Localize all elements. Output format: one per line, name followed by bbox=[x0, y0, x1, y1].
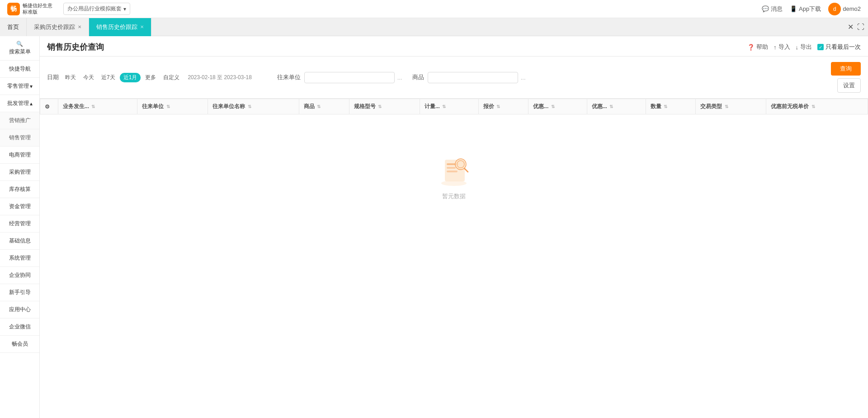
user-action[interactable]: d demo2 bbox=[828, 3, 861, 15]
product-input-ellipsis[interactable]: ... bbox=[518, 72, 528, 83]
sidebar-item-member[interactable]: 畅会员 bbox=[0, 336, 39, 353]
sidebar-item-member-label: 畅会员 bbox=[12, 340, 28, 348]
date-opt-last7days[interactable]: 近7天 bbox=[99, 73, 118, 82]
th-spec[interactable]: 规格型号 ⇅ bbox=[349, 99, 420, 114]
th-unit[interactable]: 计量... ⇅ bbox=[420, 99, 478, 114]
query-button[interactable]: 查询 bbox=[831, 62, 861, 76]
filter-area: 日期 昨天 今天 近7天 近1月 更多 自定义 2023-02-18 至 202… bbox=[40, 57, 868, 99]
topbar-left: 畅 畅捷信好生意 标准版 办公用品行业模拟账套 ▾ bbox=[7, 3, 130, 15]
close-tab-sales-history-icon[interactable]: ✕ bbox=[140, 24, 144, 29]
svg-rect-4 bbox=[447, 171, 458, 172]
app-download-action[interactable]: 📱 App下载 bbox=[790, 5, 821, 13]
th-biz-date[interactable]: 业务发生... ⇅ bbox=[58, 99, 137, 114]
topbar-right: 💬 消息 📱 App下载 d demo2 bbox=[762, 3, 861, 15]
date-filter-label: 日期 bbox=[47, 73, 59, 81]
message-label: 消息 bbox=[771, 5, 783, 13]
table-header-row: ⚙ 业务发生... ⇅ 往来单位 ⇅ 往来单位名称 ⇅ bbox=[40, 99, 868, 114]
product-input[interactable] bbox=[428, 72, 518, 83]
sort-icon: ⇅ bbox=[442, 104, 446, 109]
message-action[interactable]: 💬 消息 bbox=[762, 5, 783, 13]
help-button[interactable]: ❓ 帮助 bbox=[747, 43, 768, 51]
tab-sales-history[interactable]: 销售历史价跟踪 ✕ bbox=[89, 18, 151, 36]
sidebar-item-marketing[interactable]: 营销推广 bbox=[0, 112, 39, 129]
sort-icon: ⇅ bbox=[725, 104, 728, 109]
date-opt-more[interactable]: 更多 bbox=[142, 73, 159, 82]
sidebar-item-ecommerce-mgmt-label: 电商管理 bbox=[9, 151, 31, 159]
sidebar-item-enterprise-wechat[interactable]: 企业微信 bbox=[0, 318, 39, 336]
tabbar-actions: ✕ ⛶ bbox=[848, 23, 868, 31]
date-opt-today[interactable]: 今天 bbox=[80, 73, 97, 82]
sidebar-item-system-mgmt[interactable]: 系统管理 bbox=[0, 250, 39, 267]
sidebar-item-finance-mgmt[interactable]: 资金管理 bbox=[0, 198, 39, 215]
partner-input-ellipsis[interactable]: ... bbox=[395, 72, 405, 83]
th-partner-code[interactable]: 往来单位 ⇅ bbox=[137, 99, 208, 114]
th-trans-type[interactable]: 交易类型 ⇅ bbox=[696, 99, 766, 114]
sidebar-item-app-center[interactable]: 应用中心 bbox=[0, 301, 39, 318]
page-header: 销售历史价查询 ❓ 帮助 ↑ 导入 ↓ 导出 ✓ bbox=[40, 36, 868, 57]
sidebar-item-retail-mgmt[interactable]: 零售管理 ▾ bbox=[0, 78, 39, 95]
sidebar-item-new-guide-label: 新手引导 bbox=[9, 289, 31, 296]
topbar: 畅 畅捷信好生意 标准版 办公用品行业模拟账套 ▾ 💬 消息 📱 App下载 d… bbox=[0, 0, 868, 18]
page-title-row: 销售历史价查询 ❓ 帮助 ↑ 导入 ↓ 导出 ✓ bbox=[47, 42, 861, 56]
sidebar-item-enterprise-collab[interactable]: 企业协同 bbox=[0, 267, 39, 284]
th-pre-tax-price[interactable]: 优惠前无税单价 ⇅ bbox=[766, 99, 868, 114]
sidebar-item-quick-nav[interactable]: 快捷导航 bbox=[0, 61, 39, 78]
chevron-down-icon: ▾ bbox=[123, 6, 126, 12]
close-tab-purchase-history-icon[interactable]: ✕ bbox=[78, 24, 81, 29]
sidebar-item-basic-info[interactable]: 基础信息 bbox=[0, 233, 39, 250]
sidebar-item-purchase-mgmt[interactable]: 采购管理 bbox=[0, 164, 39, 181]
sidebar-item-search-menu[interactable]: 🔍 搜索菜单 bbox=[0, 36, 39, 61]
sidebar-item-wholesale-mgmt[interactable]: 批发管理 ▴ bbox=[0, 95, 39, 112]
svg-line-6 bbox=[464, 168, 468, 172]
sidebar-item-finance-mgmt-label: 资金管理 bbox=[9, 203, 31, 210]
export-button[interactable]: ↓ 导出 bbox=[796, 43, 812, 51]
partner-input[interactable] bbox=[304, 72, 395, 83]
sort-icon: ⇅ bbox=[248, 104, 251, 109]
sort-icon: ⇅ bbox=[609, 104, 613, 109]
import-button[interactable]: ↑ 导入 bbox=[774, 43, 790, 51]
th-quoted-price[interactable]: 报价 ⇅ bbox=[478, 99, 528, 114]
sidebar-item-new-guide[interactable]: 新手引导 bbox=[0, 284, 39, 301]
sidebar-item-inventory[interactable]: 库存核算 bbox=[0, 181, 39, 198]
sidebar-item-operations-mgmt[interactable]: 经营管理 bbox=[0, 215, 39, 233]
tab-home[interactable]: 首页 bbox=[0, 18, 27, 36]
page-actions: ❓ 帮助 ↑ 导入 ↓ 导出 ✓ 只看最后一次 bbox=[747, 43, 861, 51]
tab-purchase-history[interactable]: 采购历史价跟踪 ✕ bbox=[27, 18, 89, 36]
sidebar-item-sales-mgmt-label: 销售管理 bbox=[9, 134, 31, 141]
date-options: 昨天 今天 近7天 近1月 更多 自定义 bbox=[62, 73, 182, 82]
date-range-label: 2023-02-18 至 2023-03-18 bbox=[188, 74, 251, 81]
sidebar-item-marketing-label: 营销推广 bbox=[9, 117, 31, 124]
show-last-only-checkbox[interactable]: ✓ bbox=[817, 44, 824, 50]
empty-illustration bbox=[436, 151, 472, 187]
th-quantity[interactable]: 数量 ⇅ bbox=[646, 99, 696, 114]
sidebar-item-ecommerce-mgmt[interactable]: 电商管理 bbox=[0, 147, 39, 164]
date-opt-yesterday[interactable]: 昨天 bbox=[62, 73, 79, 82]
page-title: 销售历史价查询 bbox=[47, 42, 104, 52]
th-partner-name[interactable]: 往来单位名称 ⇅ bbox=[208, 99, 299, 114]
sort-icon: ⇅ bbox=[664, 104, 667, 109]
workspace-selector[interactable]: 办公用品行业模拟账套 ▾ bbox=[63, 3, 130, 15]
th-discount1[interactable]: 优惠... ⇅ bbox=[528, 99, 587, 114]
date-opt-custom[interactable]: 自定义 bbox=[160, 73, 182, 82]
show-last-only-group[interactable]: ✓ 只看最后一次 bbox=[817, 43, 861, 51]
filter-row-1: 日期 昨天 今天 近7天 近1月 更多 自定义 2023-02-18 至 202… bbox=[47, 62, 861, 93]
date-opt-last1month[interactable]: 近1月 bbox=[120, 73, 141, 82]
export-label: 导出 bbox=[800, 43, 812, 51]
import-icon: ↑ bbox=[774, 44, 777, 51]
th-discount2[interactable]: 优惠... ⇅ bbox=[587, 99, 646, 114]
tab-purchase-history-label: 采购历史价跟踪 bbox=[34, 23, 75, 31]
sort-icon: ⇅ bbox=[811, 104, 815, 109]
th-product[interactable]: 商品 ⇅ bbox=[299, 99, 349, 114]
logo-area: 畅 畅捷信好生意 标准版 bbox=[7, 3, 52, 15]
close-tab-button[interactable]: ✕ bbox=[848, 23, 854, 31]
sidebar-item-quick-nav-label: 快捷导航 bbox=[9, 65, 31, 73]
fullscreen-button[interactable]: ⛶ bbox=[857, 23, 864, 31]
sort-icon: ⇅ bbox=[378, 104, 382, 109]
sidebar-item-sales-mgmt[interactable]: 销售管理 bbox=[0, 129, 39, 147]
th-settings[interactable]: ⚙ bbox=[40, 99, 58, 114]
settings-button[interactable]: 设置 bbox=[837, 78, 861, 93]
sidebar-item-basic-info-label: 基础信息 bbox=[9, 237, 31, 245]
phone-icon: 📱 bbox=[790, 5, 797, 12]
product-input-group: ... bbox=[428, 72, 528, 83]
data-table: ⚙ 业务发生... ⇅ 往来单位 ⇅ 往来单位名称 ⇅ bbox=[40, 99, 868, 114]
